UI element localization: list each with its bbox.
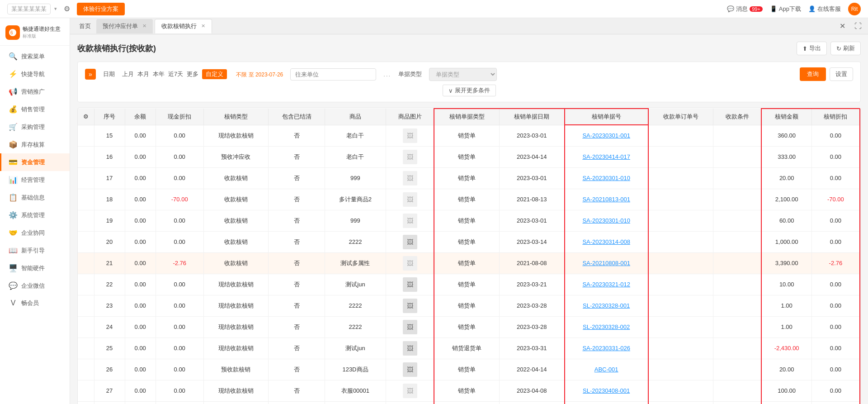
td-verify-type: 收款核销 bbox=[203, 231, 269, 252]
td-receipt-condition bbox=[713, 274, 762, 295]
table-row: 210.00-2.76收款核销否测试多属性🖼销货单2021-08-08SA-20… bbox=[78, 252, 860, 274]
date-prev-month[interactable]: 上月 bbox=[122, 70, 134, 78]
content-area: 首页 预付冲应付单 ✕ 收款核销执行 ✕ ✕ ⛶ 收款核销执行(按收款) ⬆ bbox=[70, 18, 868, 404]
from-unit-input[interactable] bbox=[290, 68, 376, 81]
th-receipt-order-no: 收款单订单号 bbox=[648, 109, 713, 125]
td-verify-date: 2022-04-14 bbox=[499, 359, 564, 380]
tab-prepay-close-icon[interactable]: ✕ bbox=[142, 23, 146, 29]
bill-type-select[interactable]: 单据类型 bbox=[429, 68, 497, 81]
td-verify-no[interactable]: SA-20210808-001 bbox=[565, 252, 648, 274]
date-more[interactable]: 更多 bbox=[187, 70, 198, 78]
export-button[interactable]: ⬆ 导出 bbox=[797, 42, 827, 55]
app-download-item[interactable]: 📱 App下载 bbox=[770, 5, 801, 13]
td-receipt-condition bbox=[713, 252, 762, 274]
sidebar-item-search[interactable]: 🔍 搜索菜单 bbox=[0, 48, 70, 65]
td-verify-no[interactable]: SA-20230301-001 bbox=[565, 125, 648, 146]
operations-icon: 📊 bbox=[9, 176, 18, 184]
date-current-month[interactable]: 本月 bbox=[137, 70, 149, 78]
bill-type-label: 单据类型 bbox=[398, 70, 422, 78]
td-verify-type: 收款核销 bbox=[203, 189, 269, 210]
expand-conditions-button[interactable]: ∨ 展开更多条件 bbox=[443, 85, 496, 96]
td-verify-no[interactable]: SL-20230408-001 bbox=[565, 380, 648, 401]
td-product-img: 🖼 bbox=[386, 359, 434, 380]
td-verify-bill-type: 销货单 bbox=[434, 125, 499, 146]
tab-home[interactable]: 首页 bbox=[74, 22, 96, 30]
service-item[interactable]: 👤 在线客服 bbox=[808, 5, 841, 13]
td-verify-no[interactable]: ABC-001 bbox=[565, 359, 648, 380]
td-verify-no[interactable]: SA-20230301-010 bbox=[565, 167, 648, 189]
th-gear[interactable]: ⚙ bbox=[78, 109, 94, 125]
sidebar-item-guide[interactable]: 📖 新手引导 bbox=[0, 242, 70, 259]
sidebar-item-inventory[interactable]: 📦 库存核算 bbox=[0, 136, 70, 153]
solution-button[interactable]: 体验行业方案 bbox=[77, 3, 125, 15]
sidebar-item-hardware[interactable]: 🖥️ 智能硬件 bbox=[0, 259, 70, 277]
td-product: 衣服00001 bbox=[325, 380, 386, 401]
messages-item[interactable]: 💬 消息 99+ bbox=[727, 5, 763, 13]
sidebar-item-basic[interactable]: 📋 基础信息 bbox=[0, 189, 70, 206]
td-included-settled: 否 bbox=[269, 167, 325, 189]
tab-close-window-button[interactable]: ✕ bbox=[837, 21, 848, 31]
user-avatar[interactable]: Rit bbox=[848, 3, 861, 15]
td-verify-no[interactable]: SL-20230328-002 bbox=[565, 316, 648, 337]
page-title: 收款核销执行(按收款) bbox=[77, 43, 156, 54]
td-receipt-order-no bbox=[648, 295, 713, 316]
td-verify-no[interactable]: SA-20210813-001 bbox=[565, 189, 648, 210]
sidebar-item-member[interactable]: V 畅会员 bbox=[0, 295, 70, 312]
td-product: 2222 bbox=[325, 231, 386, 252]
td-verify-date: 2021-08-13 bbox=[499, 189, 564, 210]
td-verify-no[interactable]: SL-20230328-001 bbox=[565, 295, 648, 316]
td-verify-type: 收款核销 bbox=[203, 210, 269, 231]
td-cash-discount: 0.00 bbox=[156, 125, 203, 146]
td-verify-type: 预收款核销 bbox=[203, 359, 269, 380]
sidebar-item-sales[interactable]: 💰 销售管理 bbox=[0, 100, 70, 118]
td-verify-type: 现结收款核销 bbox=[203, 295, 269, 316]
sidebar-item-wechat[interactable]: 💬 企业微信 bbox=[0, 277, 70, 295]
td-included-settled: 否 bbox=[269, 146, 325, 167]
td-verify-bill-type: 销货单 bbox=[434, 146, 499, 167]
td-verify-no[interactable]: SA-20230301-010 bbox=[565, 210, 648, 231]
refresh-button[interactable]: ↻ 刷新 bbox=[830, 42, 861, 55]
td-verify-no[interactable]: SA-20230414-017 bbox=[565, 146, 648, 167]
date-custom[interactable]: 自定义 bbox=[202, 69, 227, 79]
td-verify-date: 2023-04-18 bbox=[499, 401, 564, 404]
company-dropdown-icon[interactable]: ▾ bbox=[54, 6, 57, 12]
filter-collapse-button[interactable]: » bbox=[85, 69, 96, 80]
table-scroll[interactable]: ⚙ 序号 余额 现金折扣 核销类型 包含已结清 商品 商品图片 核销单据类型 核… bbox=[78, 108, 860, 404]
sidebar-item-purchase[interactable]: 🛒 采购管理 bbox=[0, 118, 70, 136]
sidebar-item-cooperation[interactable]: 🤝 企业协同 bbox=[0, 224, 70, 242]
table-row: 150.000.00现结收款核销否老白干🖼销货单2023-03-01SA-202… bbox=[78, 125, 860, 146]
td-receipt-order-no bbox=[648, 189, 713, 210]
td-balance: 0.00 bbox=[125, 380, 156, 401]
sidebar-item-operations[interactable]: 📊 经营管理 bbox=[0, 171, 70, 189]
sidebar-item-quick-nav[interactable]: ⚡ 快捷导航 bbox=[0, 65, 70, 83]
logo-text: 畅捷通谱好生意 标准版 bbox=[23, 26, 61, 39]
td-verify-bill-type: 销货单 bbox=[434, 210, 499, 231]
tab-collection[interactable]: 收款核销执行 ✕ bbox=[155, 19, 212, 33]
product-image: 🖼 bbox=[403, 150, 417, 164]
td-verify-no[interactable]: SA-20230331-026 bbox=[565, 337, 648, 359]
tab-prepay[interactable]: 预付冲应付单 ✕ bbox=[96, 19, 153, 33]
table-row: 270.000.00现结收款核销否衣服00001🖼销货单2023-04-08SL… bbox=[78, 380, 860, 401]
td-balance: 0.00 bbox=[125, 337, 156, 359]
sidebar-item-system[interactable]: ⚙️ 系统管理 bbox=[0, 206, 70, 224]
th-product-img: 商品图片 bbox=[386, 109, 434, 125]
td-receipt-order-no bbox=[648, 380, 713, 401]
td-receipt-condition bbox=[713, 167, 762, 189]
filter-setting-button[interactable]: 设置 bbox=[830, 67, 853, 81]
query-button[interactable]: 查询 bbox=[800, 67, 826, 81]
td-verify-no[interactable]: SL-20230418-001 bbox=[565, 401, 648, 404]
date-7days[interactable]: 近7天 bbox=[168, 70, 183, 78]
date-current-year[interactable]: 本年 bbox=[153, 70, 165, 78]
settings-icon[interactable]: ⚙ bbox=[61, 3, 73, 15]
td-verify-no[interactable]: SA-20230321-012 bbox=[565, 274, 648, 295]
tab-collection-close-icon[interactable]: ✕ bbox=[201, 23, 205, 29]
quick-nav-icon: ⚡ bbox=[9, 70, 18, 78]
company-name[interactable]: 某某某某某某 bbox=[7, 4, 51, 14]
td-verify-amount: 10.00 bbox=[761, 274, 811, 295]
td-verify-type: 现结收款核销 bbox=[203, 401, 269, 404]
sidebar-item-marketing[interactable]: 📢 营销推广 bbox=[0, 83, 70, 100]
sidebar-item-finance[interactable]: 💳 资金管理 bbox=[0, 153, 70, 171]
td-included-settled: 否 bbox=[269, 252, 325, 274]
tab-maximize-button[interactable]: ⛶ bbox=[852, 21, 864, 31]
td-verify-no[interactable]: SA-20230314-008 bbox=[565, 231, 648, 252]
